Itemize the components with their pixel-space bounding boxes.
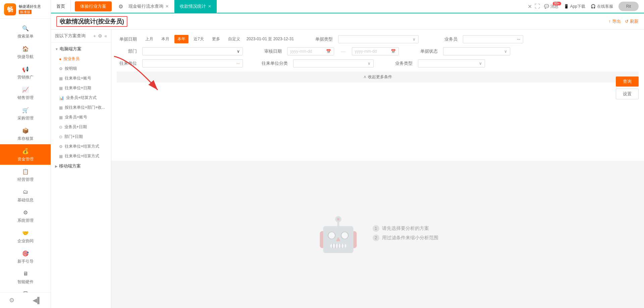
dept-select[interactable]: ∨ xyxy=(142,47,243,55)
date-btn-this-month[interactable]: 本月 xyxy=(158,35,172,43)
tab-home[interactable]: 首页 xyxy=(51,0,71,13)
sidebar-item-label: 销售管理 xyxy=(17,95,34,101)
sidebar-item-sales[interactable]: 📈 销售管理 xyxy=(0,83,51,103)
user-avatar[interactable]: Rit xyxy=(619,2,639,11)
online-service-btn[interactable]: 🎧 在线客服 xyxy=(591,4,613,9)
tab-bar: 首页 体验行业方案 ⚙ 现金银行流水查询 ✕ 收款情况统计 ✕ ✕ ⛶ 💬 消息… xyxy=(51,0,644,13)
page-title: 收款情况统计(按业务员) xyxy=(56,16,127,27)
scheme-panel-header: 按以下方案查询 + ⚙ « xyxy=(51,30,111,43)
scheme-item-partner-account[interactable]: ▦ 往来单位+账号 xyxy=(51,73,111,83)
partner-more-btn[interactable]: ··· xyxy=(236,61,240,66)
scheme-item-label: 往来单位+结算方式 xyxy=(65,144,99,149)
scheme-item-salesperson-date[interactable]: ⊙ 业务员+日期 xyxy=(51,122,111,132)
sidebar-item-label: 智能硬件 xyxy=(17,279,34,285)
pc-group-arrow: ▼ xyxy=(55,47,58,51)
scheme-item-salesperson-settlement[interactable]: 📊 业务员+结算方式 xyxy=(51,93,111,103)
tab-receipt-stats-close[interactable]: ✕ xyxy=(208,4,211,9)
app-download-btn[interactable]: 📱 App下载 xyxy=(564,4,585,9)
sidebar-item-enterprise[interactable]: 🤝 企业协同 xyxy=(0,226,51,247)
partner-category-chevron-icon: ∨ xyxy=(368,61,371,66)
mobile-group-arrow: ▶ xyxy=(55,164,58,168)
sidebar-item-smart-hw[interactable]: 🖥 智能硬件 xyxy=(0,267,51,288)
date-btn-7days[interactable]: 近7天 xyxy=(191,35,207,43)
scheme-collapse-btn[interactable]: « xyxy=(104,33,107,39)
collapse-more-btn[interactable]: ∧ 收起更多条件 xyxy=(117,71,639,83)
salesperson-icon: ● xyxy=(59,57,61,61)
message-icon: 💬 xyxy=(544,4,549,9)
tab-fullscreen-btn[interactable]: ⛶ xyxy=(535,3,540,9)
filter-actions: 查询 设置 xyxy=(616,76,639,99)
doc-type-select[interactable]: ∨ xyxy=(338,35,419,43)
salesperson-select[interactable]: ··· xyxy=(463,35,523,43)
scheme-item-partner-settlement2[interactable]: ▦ 往来单位+结算方式 xyxy=(51,151,111,161)
settings-footer-btn[interactable]: ⚙ xyxy=(9,297,14,304)
sidebar-item-label: 新手引导 xyxy=(17,259,34,264)
scheme-item-dept-date[interactable]: ⊙ 部门+日期 xyxy=(51,132,111,142)
sidebar-item-search-menu[interactable]: 🔍 搜索菜单 xyxy=(0,21,51,42)
message-btn[interactable]: 💬 消息 99+ xyxy=(544,4,558,9)
scheme-group-mobile[interactable]: ▶ 移动端方案 xyxy=(51,161,111,171)
scheme-item-label: 往来单位+结算方式 xyxy=(65,153,99,159)
date-btn-this-year[interactable]: 本年 xyxy=(174,35,189,43)
date-label: 单据日期 xyxy=(117,36,137,42)
enterprise-icon: 🤝 xyxy=(21,229,30,237)
message-badge: 99+ xyxy=(553,2,561,5)
search-menu-icon: 🔍 xyxy=(21,24,30,32)
tab-close-all-btn[interactable]: ✕ xyxy=(528,3,532,10)
scheme-item-partner-dept[interactable]: ▦ 按往来单位+部门+收... xyxy=(51,103,111,112)
operations-icon: 📋 xyxy=(21,167,30,175)
sidebar-item-wechat[interactable]: 💬 企业微信 xyxy=(0,288,51,292)
collapse-sidebar-btn[interactable]: ◀▌ xyxy=(33,297,42,304)
date-btn-last-month[interactable]: 上月 xyxy=(142,35,156,43)
sidebar-item-finance[interactable]: 💰 资金管理 xyxy=(0,144,51,165)
sidebar-item-operations[interactable]: 📋 经营管理 xyxy=(0,165,51,185)
biz-type-select[interactable]: ∨ xyxy=(418,59,485,67)
tip-text-1: 请先选择要分析的方案 xyxy=(382,225,429,232)
refresh-btn[interactable]: ↺ 刷新 xyxy=(625,18,639,24)
sidebar-item-label: 经营管理 xyxy=(17,177,34,183)
doc-status-label: 单据状态 xyxy=(418,48,438,54)
date-range-separator: — xyxy=(339,49,346,54)
sidebar-item-inventory[interactable]: 📦 库存核算 xyxy=(0,124,51,144)
scheme-group-pc[interactable]: ▼ 电脑端方案 xyxy=(51,44,111,54)
scheme-item-partner-date[interactable]: ▦ 往来单位+日期 xyxy=(51,83,111,93)
scheme-item-partner-settlement1[interactable]: ⚙ 往来单位+结算方式 xyxy=(51,142,111,151)
partner-category-select[interactable]: ∨ xyxy=(293,59,374,67)
column-setting-btn[interactable]: 设置 xyxy=(616,89,639,99)
detail-icon: ⚙ xyxy=(59,66,63,71)
date-btn-custom[interactable]: 自定义 xyxy=(225,35,243,43)
sidebar-footer: ⚙ ◀▌ xyxy=(0,292,51,308)
tab-bank-flow-label: 现金银行流水查询 xyxy=(128,3,163,9)
scheme-setting-btn[interactable]: ⚙ xyxy=(98,33,102,39)
tab-receipt-stats[interactable]: 收款情况统计 ✕ xyxy=(174,0,217,13)
filter-main-area: 单据日期 上月 本月 本年 近7天 更多 自定义 2023-01-01 至 20… xyxy=(111,30,644,308)
try-industry-btn[interactable]: 体验行业方案 xyxy=(75,1,112,11)
sidebar-item-system[interactable]: ⚙ 系统管理 xyxy=(0,206,51,226)
scheme-item-label: 按明细 xyxy=(65,66,77,71)
sidebar-item-label: 库存核算 xyxy=(17,136,34,142)
sidebar-item-guide[interactable]: 🎯 新手引导 xyxy=(0,247,51,267)
export-btn[interactable]: ↑ 导出 xyxy=(609,18,621,24)
scheme-item-label: 业务员+账号 xyxy=(65,114,87,120)
doc-status-select[interactable]: ∨ xyxy=(443,47,510,55)
tab-bank-flow-close[interactable]: ✕ xyxy=(165,4,169,9)
scheme-item-by-salesperson[interactable]: ● 按业务员 xyxy=(51,54,111,64)
scheme-panel: 按以下方案查询 + ⚙ « ▼ 电脑端方案 ● 按业务员 ⚙ xyxy=(51,30,111,308)
date-btn-more[interactable]: 更多 xyxy=(209,35,223,43)
tab-bank-flow[interactable]: 现金银行流水查询 ✕ xyxy=(123,0,174,13)
sidebar-item-purchase[interactable]: 🛒 采购管理 xyxy=(0,103,51,124)
query-btn[interactable]: 查询 xyxy=(616,76,639,87)
sidebar-item-quick-nav[interactable]: 🏠 快捷导航 xyxy=(0,42,51,62)
sidebar-item-basic-info[interactable]: 🗂 基础信息 xyxy=(0,185,51,206)
audit-date-start[interactable]: yyyy-mm-dd 📅 xyxy=(287,47,334,55)
partner-select[interactable]: ··· xyxy=(142,59,243,67)
settings-gear-icon[interactable]: ⚙ xyxy=(118,3,123,10)
dept-chevron-icon: ∨ xyxy=(237,49,240,54)
scheme-item-salesperson-account[interactable]: ▦ 业务员+账号 xyxy=(51,112,111,122)
sidebar-item-marketing[interactable]: 📢 营销推广 xyxy=(0,62,51,83)
audit-date-end[interactable]: yyyy-mm-dd 📅 xyxy=(352,47,399,55)
scheme-item-by-detail[interactable]: ⚙ 按明细 xyxy=(51,64,111,73)
audit-date-end-placeholder: yyyy-mm-dd xyxy=(355,49,377,54)
scheme-add-btn[interactable]: + xyxy=(93,33,96,39)
salesperson-date-icon: ⊙ xyxy=(59,125,62,130)
